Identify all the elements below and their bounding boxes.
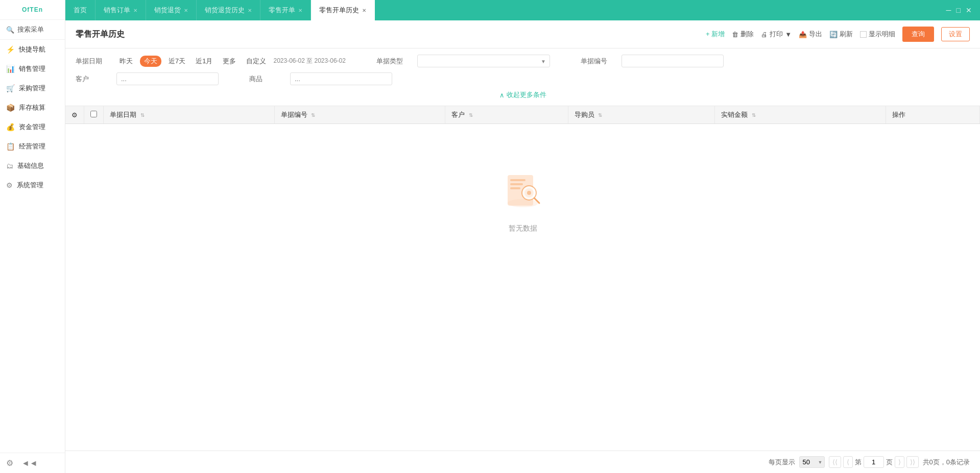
date-last7[interactable]: 近7天 — [165, 56, 188, 67]
sidebar-item-inventory[interactable]: 📦 库存核算 — [0, 98, 65, 117]
sidebar-item-purchase[interactable]: 🛒 采购管理 — [0, 79, 65, 98]
sidebar-item-finance[interactable]: 💰 资金管理 — [0, 117, 65, 137]
date-last-month[interactable]: 近1月 — [193, 56, 216, 67]
th-settings[interactable]: ⚙ — [65, 106, 84, 124]
sidebar-item-manage[interactable]: 📋 经营管理 — [0, 137, 65, 156]
sidebar-item-label: 库存核算 — [19, 103, 45, 112]
table-header: ⚙ 单据日期 ⇅ 单据编号 ⇅ — [65, 106, 980, 124]
prev-page-btn[interactable]: ⟨ — [843, 456, 853, 468]
setting-button[interactable]: 设置 — [941, 27, 970, 41]
tab-sales-order-label: 销售订单 — [104, 6, 130, 15]
customer-input[interactable] — [116, 72, 219, 85]
last-page-btn[interactable]: ⟩⟩ — [906, 456, 919, 468]
goods-input[interactable] — [290, 72, 392, 85]
number-input[interactable] — [622, 55, 724, 67]
first-page-btn[interactable]: ⟨⟨ — [829, 456, 841, 468]
tab-retail-open-close[interactable]: ✕ — [298, 8, 302, 13]
collapse-filter-btn[interactable]: ∧ 收起更多条件 — [76, 90, 970, 99]
svg-rect-4 — [510, 187, 520, 189]
minimize-btn[interactable]: ─ — [946, 6, 951, 14]
print-button[interactable]: 🖨 打印 ▼ — [761, 30, 792, 39]
tab-sales-return-history[interactable]: 销货退货历史 ✕ — [197, 0, 260, 20]
display-button[interactable]: 显示明细 — [860, 30, 895, 39]
filter-row-2: 客户 商品 — [76, 72, 970, 85]
th-date[interactable]: 单据日期 ⇅ — [104, 106, 275, 124]
collapse-sidebar-btn[interactable]: ◄◄ — [21, 459, 38, 468]
print-label: 打印 — [770, 30, 783, 39]
export-label: 导出 — [809, 30, 822, 39]
display-label: 显示明细 — [869, 30, 895, 39]
tab-sales-order-close[interactable]: ✕ — [133, 8, 137, 13]
next-page-btn[interactable]: ⟩ — [895, 456, 904, 468]
refresh-button[interactable]: 🔄 刷新 — [829, 30, 853, 39]
page-label: 页 — [886, 458, 893, 467]
svg-point-8 — [527, 191, 531, 195]
search-icon: 🔍 — [6, 26, 14, 34]
date-label: 单据日期 — [76, 57, 106, 66]
tab-sales-order[interactable]: 销售订单 ✕ — [95, 0, 146, 20]
tab-sales-return-label: 销货退货 — [154, 6, 181, 15]
export-icon: 📤 — [799, 31, 807, 38]
export-button[interactable]: 📤 导出 — [799, 30, 822, 39]
add-button[interactable]: + 新增 — [706, 30, 725, 39]
th-customer[interactable]: 客户 ⇅ — [445, 106, 568, 124]
sidebar-item-system[interactable]: ⚙ 系统管理 — [0, 176, 65, 195]
sidebar-search-btn[interactable]: 🔍 搜索采单 — [0, 20, 65, 40]
table-header-row: ⚙ 单据日期 ⇅ 单据编号 ⇅ — [65, 106, 980, 124]
toolbar: + 新增 🗑 删除 🖨 打印 ▼ 📤 导出 🔄 刷新 — [706, 27, 970, 42]
quick-nav-icon: ⚡ — [6, 45, 15, 54]
sidebar-menu: ⚡ 快捷导航 📊 销售管理 🛒 采购管理 📦 库存核算 💰 资金管理 📋 经营管… — [0, 40, 65, 453]
per-page-select[interactable]: 50 10 20 100 — [799, 456, 825, 468]
sidebar-item-label: 经营管理 — [19, 142, 45, 151]
tab-retail-history-label: 零售开单历史 — [319, 6, 359, 15]
tab-home[interactable]: 首页 — [65, 0, 95, 20]
sidebar-item-sales[interactable]: 📊 销售管理 — [0, 59, 65, 79]
tab-sales-return-close[interactable]: ✕ — [184, 8, 188, 13]
current-page-input[interactable] — [864, 456, 884, 468]
display-checkbox[interactable] — [860, 31, 867, 38]
sidebar-item-label: 快捷导航 — [19, 45, 45, 54]
purchase-icon: 🛒 — [6, 84, 15, 92]
tab-sales-return[interactable]: 销货退货 ✕ — [146, 0, 197, 20]
sidebar-item-label: 采购管理 — [19, 84, 45, 93]
th-guide[interactable]: 导购员 ⇅ — [568, 106, 715, 124]
number-label: 单据编号 — [581, 57, 611, 66]
tab-sales-return-history-close[interactable]: ✕ — [248, 8, 252, 13]
th-amount[interactable]: 实销金额 ⇅ — [715, 106, 886, 124]
tab-retail-history[interactable]: 零售开单历史 ✕ — [311, 0, 375, 20]
delete-button[interactable]: 🗑 删除 — [732, 30, 754, 39]
page-label-before: 第 — [855, 458, 862, 467]
refresh-icon: 🔄 — [829, 31, 838, 38]
manage-icon: 📋 — [6, 142, 15, 151]
th-number[interactable]: 单据编号 ⇅ — [274, 106, 445, 124]
date-more[interactable]: 更多 — [220, 56, 239, 67]
pagination: 每页显示 50 10 20 100 ⟨⟨ ⟨ 第 页 ⟩ ⟩⟩ 共0页，0条记录 — [65, 451, 980, 473]
tab-home-label: 首页 — [74, 6, 87, 15]
query-button[interactable]: 查询 — [902, 27, 934, 42]
filter-section: 单据日期 昨天 今天 近7天 近1月 更多 自定义 2023-06-02 至 2… — [65, 48, 980, 106]
select-all-checkbox[interactable] — [90, 111, 97, 117]
inventory-icon: 📦 — [6, 104, 15, 112]
date-custom[interactable]: 自定义 — [243, 56, 269, 67]
page-title: 零售开单历史 — [76, 29, 125, 40]
sidebar-item-label: 销售管理 — [19, 64, 45, 73]
type-select[interactable] — [417, 55, 550, 67]
tab-retail-history-close[interactable]: ✕ — [362, 8, 366, 13]
sidebar-item-label: 资金管理 — [19, 122, 45, 132]
sidebar-item-quick-nav[interactable]: ⚡ 快捷导航 — [0, 40, 65, 59]
sidebar-item-base[interactable]: 🗂 基础信息 — [0, 156, 65, 176]
tab-retail-open[interactable]: 零售开单 ✕ — [260, 0, 311, 20]
per-page-wrapper: 50 10 20 100 — [799, 456, 825, 468]
per-page-label: 每页显示 — [769, 458, 795, 467]
delete-label: 删除 — [740, 30, 754, 39]
date-today[interactable]: 今天 — [140, 56, 161, 67]
tab-sales-return-history-label: 销货退货历史 — [205, 6, 245, 15]
close-btn[interactable]: ✕ — [966, 6, 972, 14]
date-yesterday[interactable]: 昨天 — [116, 56, 136, 67]
maximize-btn[interactable]: □ — [957, 6, 961, 14]
sidebar-search-label: 搜索采单 — [17, 25, 44, 34]
th-guide-sort-icon: ⇅ — [598, 112, 602, 118]
sidebar-bottom: ⚙ ◄◄ — [0, 453, 65, 473]
table-settings-icon[interactable]: ⚙ — [71, 111, 78, 119]
settings-bottom-icon[interactable]: ⚙ — [6, 458, 13, 468]
